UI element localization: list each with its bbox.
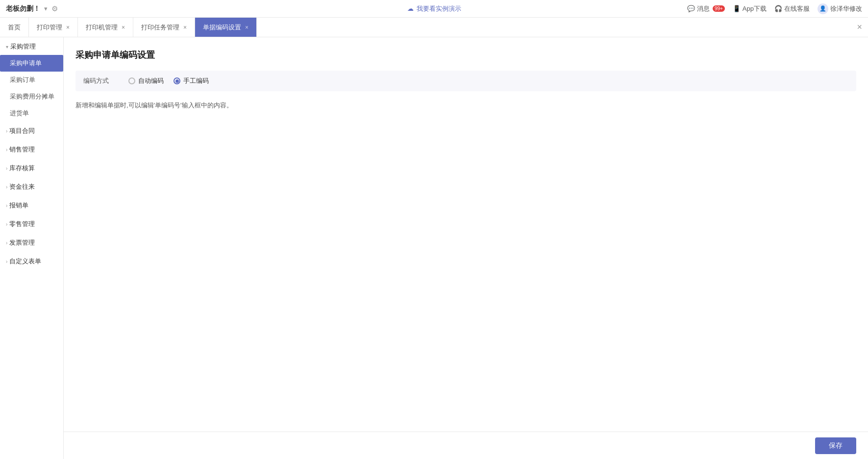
tab-printer-mgmt-close[interactable]: ×: [122, 24, 125, 31]
chevron-down-icon: ▾: [6, 44, 8, 50]
chevron-right-icon-retail: ›: [6, 222, 7, 227]
radio-auto-code[interactable]: 自动编码: [128, 76, 164, 85]
top-bar-left: 老板勿删！ ▾ ⚙: [6, 4, 58, 13]
sidebar-group-retail-label: 零售管理: [9, 220, 35, 229]
sidebar-group-project-label: 项目合同: [9, 127, 35, 135]
sidebar-group-purchase-mgmt[interactable]: ▾ 采购管理: [0, 37, 63, 55]
user-avatar-icon: 👤: [818, 3, 828, 14]
tab-print-mgmt[interactable]: 打印管理 ×: [29, 18, 78, 37]
sidebar-group-project-contract[interactable]: › 项目合同: [0, 122, 63, 140]
user-name: 徐泽华修改: [830, 4, 862, 13]
online-service-item[interactable]: 🎧 在线客服: [774, 4, 810, 13]
footer-bar: 保存: [64, 432, 868, 459]
sidebar-group-return[interactable]: › 报销单: [0, 196, 63, 215]
tab-printer-mgmt-label: 打印机管理: [86, 23, 118, 32]
save-button[interactable]: 保存: [815, 437, 856, 454]
sidebar-item-purchase-order-label: 采购订单: [10, 76, 35, 83]
encoding-label: 编码方式: [83, 76, 109, 85]
chevron-right-icon-return: ›: [6, 203, 7, 208]
manual-code-label: 手工编码: [183, 76, 209, 85]
top-bar-right: 💬 消息 99+ 📱 App下载 🎧 在线客服 👤 徐泽华修改: [687, 3, 862, 14]
tab-print-task-mgmt-close[interactable]: ×: [183, 24, 187, 31]
app-download-label: App下载: [743, 4, 767, 13]
sidebar-group-inventory[interactable]: › 库存核算: [0, 159, 63, 178]
cloud-icon: ☁: [407, 5, 414, 12]
sidebar: ▾ 采购管理 采购申请单 采购订单 采购费用分摊单 进货单 › 项目合同 › 销…: [0, 37, 64, 459]
tab-single-code-settings-close[interactable]: ×: [245, 24, 248, 31]
chevron-right-icon-sales: ›: [6, 147, 7, 153]
sidebar-item-purchase-expense-label: 采购费用分摊单: [10, 93, 54, 100]
online-service-label: 在线客服: [784, 4, 810, 13]
top-bar: 老板勿删！ ▾ ⚙ ☁ 我要看实例演示 💬 消息 99+ 📱 App下载 🎧 在…: [0, 0, 868, 18]
tab-bar-close-all[interactable]: ×: [851, 18, 868, 37]
sidebar-group-inventory-label: 库存核算: [9, 164, 35, 173]
sidebar-group-return-label: 报销单: [9, 201, 28, 210]
tab-printer-mgmt[interactable]: 打印机管理 ×: [78, 18, 133, 37]
app-download-item[interactable]: 📱 App下载: [733, 4, 767, 13]
radio-group: 自动编码 手工编码: [128, 76, 209, 85]
notification-icon: 💬: [687, 5, 695, 12]
sidebar-group-custom-forms[interactable]: › 自定义表单: [0, 252, 63, 271]
chevron-right-icon-capital: ›: [6, 184, 7, 190]
tab-single-code-settings-label: 单据编码设置: [203, 23, 241, 32]
sidebar-group-capital-label: 资金往来: [9, 182, 35, 191]
sidebar-group-custom-label: 自定义表单: [9, 257, 41, 266]
sidebar-item-purchase-expense[interactable]: 采购费用分摊单: [0, 88, 63, 105]
radio-manual-code[interactable]: 手工编码: [174, 76, 209, 85]
sidebar-group-invoice-mgmt[interactable]: › 发票管理: [0, 233, 63, 252]
dropdown-icon[interactable]: ▾: [44, 5, 48, 12]
content-inner: 采购申请单编码设置 编码方式 自动编码 手工编码 新增和编辑单据时,可以编辑'单…: [64, 37, 868, 432]
sidebar-group-sales-mgmt[interactable]: › 销售管理: [0, 140, 63, 159]
tab-home[interactable]: 首页: [0, 18, 29, 37]
notification-badge: 99+: [713, 5, 725, 12]
radio-manual-circle: [174, 77, 180, 84]
tab-print-task-mgmt-label: 打印任务管理: [141, 23, 179, 32]
sidebar-item-receipt[interactable]: 进货单: [0, 105, 63, 122]
sidebar-group-capital[interactable]: › 资金往来: [0, 178, 63, 196]
chevron-right-icon-custom: ›: [6, 259, 7, 264]
app-icon: 📱: [733, 5, 741, 12]
logo-text: 老板勿删！: [6, 4, 40, 13]
tab-print-task-mgmt[interactable]: 打印任务管理 ×: [133, 18, 195, 37]
page-title: 采购申请单编码设置: [75, 49, 856, 61]
user-item[interactable]: 👤 徐泽华修改: [818, 3, 862, 14]
notification-label: 消息: [697, 4, 710, 13]
description-text: 新增和编辑单据时,可以编辑'单编码号'输入框中的内容。: [75, 101, 856, 110]
tab-print-mgmt-label: 打印管理: [37, 23, 62, 32]
headset-icon: 🎧: [774, 5, 782, 12]
settings-icon[interactable]: ⚙: [51, 4, 58, 13]
tab-home-label: 首页: [8, 23, 21, 32]
content-area: 采购申请单编码设置 编码方式 自动编码 手工编码 新增和编辑单据时,可以编辑'单…: [64, 37, 868, 459]
radio-auto-circle: [128, 77, 135, 84]
sidebar-group-sales-label: 销售管理: [9, 145, 35, 154]
sidebar-item-purchase-requisition[interactable]: 采购申请单: [0, 55, 63, 72]
encoding-row: 编码方式 自动编码 手工编码: [75, 71, 856, 91]
sidebar-item-purchase-requisition-label: 采购申请单: [10, 59, 42, 67]
sidebar-group-invoice-label: 发票管理: [9, 238, 35, 247]
sidebar-group-purchase-label: 采购管理: [10, 42, 36, 51]
sidebar-item-receipt-label: 进货单: [10, 109, 29, 117]
chevron-right-icon-inventory: ›: [6, 166, 7, 171]
main-layout: ▾ 采购管理 采购申请单 采购订单 采购费用分摊单 进货单 › 项目合同 › 销…: [0, 37, 868, 459]
demo-text[interactable]: 我要看实例演示: [417, 4, 461, 13]
tab-bar: 首页 打印管理 × 打印机管理 × 打印任务管理 × 单据编码设置 × ×: [0, 18, 868, 37]
tab-print-mgmt-close[interactable]: ×: [66, 24, 70, 31]
notification-item[interactable]: 💬 消息 99+: [687, 4, 725, 13]
tab-single-code-settings[interactable]: 单据编码设置 ×: [195, 18, 257, 37]
sidebar-group-retail-mgmt[interactable]: › 零售管理: [0, 215, 63, 233]
chevron-right-icon-invoice: ›: [6, 240, 7, 246]
chevron-right-icon-project: ›: [6, 128, 7, 134]
auto-code-label: 自动编码: [138, 76, 164, 85]
sidebar-item-purchase-order[interactable]: 采购订单: [0, 72, 63, 88]
top-bar-center: ☁ 我要看实例演示: [407, 4, 461, 13]
sidebar-section-purchase: ▾ 采购管理 采购申请单 采购订单 采购费用分摊单 进货单: [0, 37, 63, 122]
